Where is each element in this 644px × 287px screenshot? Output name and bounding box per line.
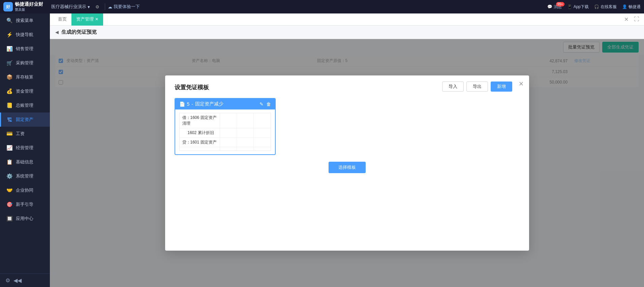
trial-btn[interactable]: ☁ 我要体验一下 [108, 4, 140, 10]
template-row-3: 贷：1601 固定资产 [180, 138, 271, 147]
footer-collapse-icon[interactable]: ◀◀ [13, 277, 22, 284]
template-row1-debit-col1 [220, 113, 237, 128]
user-btn[interactable]: 👤 畅捷通 [622, 4, 641, 10]
ledger-icon: 📒 [6, 102, 12, 108]
template-row3-credit-col2 [237, 138, 254, 147]
window-maximize-btn[interactable]: ⛶ [633, 16, 641, 23]
sidebar-item-quicknav[interactable]: ⚡ 快捷导航 [0, 28, 50, 42]
select-template-area: 选择模板 [175, 162, 520, 173]
app-download-btn[interactable]: 📱 App下载 [567, 4, 589, 10]
sidebar-item-purchase[interactable]: 🛒 采购管理 [0, 56, 50, 70]
sales-icon: 📊 [6, 46, 12, 52]
sidebar-item-funds[interactable]: 💰 资金管理 [0, 84, 50, 98]
funds-icon: 💰 [6, 88, 12, 94]
select-template-btn[interactable]: 选择模板 [329, 162, 366, 173]
template-row3-credit-col1 [220, 138, 237, 147]
sidebar-label-appcenter: 应用中心 [16, 216, 33, 222]
template-rows: 借：1606 固定资产清理 1602 累计折旧 [179, 113, 271, 151]
template-doc-icon: 📄 [179, 101, 185, 107]
template-row-1: 借：1606 固定资产清理 [180, 113, 271, 128]
logo-icon: 好 [3, 2, 13, 11]
sidebar-item-ledger[interactable]: 📒 总账管理 [0, 98, 50, 113]
footer-settings-icon[interactable]: ⚙ [5, 277, 10, 284]
user-label: 畅捷通 [628, 4, 641, 10]
sidebar-scroll: 🔍 搜索菜单 ⚡ 快捷导航 📊 销售管理 🛒 采购管理 📦 库存核算 [0, 13, 50, 274]
dialog-close-btn[interactable]: ✕ [519, 80, 524, 88]
template-row2-label: 1602 累计折旧 [180, 128, 220, 137]
dropdown-icon: ▾ [88, 4, 90, 9]
tab-assets[interactable]: 资产管理 ✕ [71, 13, 103, 26]
new-btn[interactable]: 新增 [491, 82, 512, 92]
main-area: 🔍 搜索菜单 ⚡ 快捷导航 📊 销售管理 🛒 采购管理 📦 库存核算 [0, 13, 644, 287]
template-row4-col3 [254, 147, 270, 151]
messages-badge: 99+ [556, 2, 564, 6]
tab-home[interactable]: 首页 [53, 13, 71, 26]
template-name: 固定资产减少 [195, 101, 223, 107]
sidebar-item-cooperation[interactable]: 🤝 企业协同 [0, 183, 50, 197]
tab-home-label: 首页 [58, 16, 67, 22]
sidebar-item-newguide[interactable]: 🎯 新手引导 [0, 197, 50, 212]
company-selector[interactable]: 医疗器械行业演示 ▾ [49, 2, 93, 11]
sidebar-label-system: 系统管理 [16, 173, 33, 179]
sidebar-item-system[interactable]: ⚙️ 系统管理 [0, 169, 50, 183]
export-btn[interactable]: 导出 [466, 82, 488, 92]
sidebar-item-inventory[interactable]: 📦 库存核算 [0, 70, 50, 84]
sidebar-item-basic[interactable]: 📋 基础信息 [0, 155, 50, 169]
template-row4-empty [180, 147, 220, 151]
sidebar-label-sales: 销售管理 [16, 46, 33, 52]
template-dash: - [191, 101, 193, 107]
sidebar-label-salary: 工资 [16, 131, 25, 137]
settings-btn[interactable]: ⚙ [93, 2, 102, 11]
sidebar-label-cooperation: 企业协同 [16, 187, 33, 193]
message-icon: 💬 [547, 4, 552, 9]
template-row-2: 1602 累计折旧 [180, 128, 271, 138]
newguide-icon: 🎯 [6, 201, 12, 208]
sidebar-footer: ⚙ ◀◀ [0, 274, 50, 287]
sidebar-item-fixedassets[interactable]: 🏗 固定资产 [0, 113, 50, 127]
system-icon: ⚙️ [6, 173, 12, 179]
app-name: 畅捷通好业财 [15, 1, 43, 7]
messages-btn[interactable]: 💬 消息 99+ [547, 4, 562, 10]
sidebar-item-search[interactable]: 🔍 搜索菜单 [0, 13, 50, 28]
sidebar-item-salary[interactable]: 💳 工资 [0, 127, 50, 141]
sidebar-label-ledger: 总账管理 [16, 102, 33, 108]
user-icon: 👤 [622, 4, 627, 9]
headset-icon: 🎧 [594, 4, 599, 9]
sidebar-item-operations[interactable]: 📈 经营管理 [0, 141, 50, 155]
back-btn[interactable]: ◀ [55, 30, 59, 35]
sidebar-item-appcenter[interactable]: 🔲 应用中心 [0, 212, 50, 226]
tab-close-btn[interactable]: ✕ [95, 17, 98, 22]
template-row1-debit-col3 [254, 113, 270, 128]
content-inner: 批量凭证预览 全部生成凭证 变动类型：资产清 资产名称：电脑 固定资产原值：5 … [50, 39, 644, 287]
sidebar-label-inventory: 库存核算 [16, 74, 33, 80]
sidebar-label-basic: 基础信息 [16, 159, 33, 165]
template-row1-debit-label: 借：1606 固定资产清理 [180, 113, 220, 128]
app-logo: 好 畅捷通好业财 普及版 [3, 1, 43, 12]
window-close-btn[interactable]: ✕ [623, 16, 630, 23]
fixedassets-icon: 🏗 [6, 117, 12, 123]
tab-bar: 首页 资产管理 ✕ ✕ ⛶ [50, 13, 644, 26]
sidebar-label-quicknav: 快捷导航 [16, 32, 33, 38]
quicknav-icon: ⚡ [6, 32, 12, 38]
basic-icon: 📋 [6, 159, 12, 165]
import-btn[interactable]: 导入 [442, 82, 464, 92]
template-row4-col1 [220, 147, 237, 151]
template-row3-credit-label: 贷：1601 固定资产 [180, 138, 220, 147]
dialog: 设置凭证模板 ✕ 导入 导出 新增 📄 5 - [165, 75, 529, 251]
online-service-btn[interactable]: 🎧 在线客服 [594, 4, 617, 10]
template-delete-btn[interactable]: 🗑 [266, 101, 271, 107]
template-row2-col2 [237, 128, 254, 137]
sidebar-item-sales[interactable]: 📊 销售管理 [0, 42, 50, 56]
cooperation-icon: 🤝 [6, 187, 12, 193]
template-edit-btn[interactable]: ✎ [259, 101, 264, 107]
sidebar-label-purchase: 采购管理 [16, 60, 33, 66]
template-card-body: 借：1606 固定资产清理 1602 累计折旧 [175, 109, 275, 154]
trial-text: 我要体验一下 [114, 4, 140, 10]
template-row2-col1 [220, 128, 237, 137]
template-id: 5 [187, 101, 190, 107]
sidebar-label-operations: 经营管理 [16, 145, 33, 151]
template-card-header: 📄 5 - 固定资产减少 ✎ 🗑 [175, 99, 275, 109]
operations-icon: 📈 [6, 145, 12, 151]
search-icon: 🔍 [6, 18, 12, 24]
salary-icon: 💳 [6, 131, 12, 137]
